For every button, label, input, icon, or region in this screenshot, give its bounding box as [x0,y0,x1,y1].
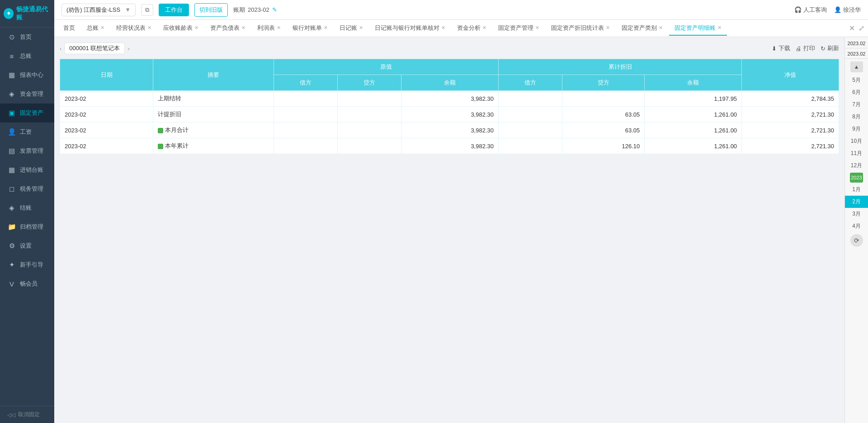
tab-capital-close[interactable]: ✕ [482,25,486,31]
payroll-icon: 👤 [7,128,16,136]
sidebar-item-label: 进销台账 [20,166,43,174]
edit-period-icon[interactable]: ✎ [272,6,277,13]
guide-icon: ✦ [7,261,16,269]
tab-general-close[interactable]: ✕ [100,25,104,31]
timeline-item-3[interactable]: 3月 [845,208,868,220]
timeline-item-8[interactable]: 8月 [845,111,868,123]
tab-bar-actions: ✕ ⤢ [849,24,864,33]
table-cell-0-2 [274,91,338,107]
table-cell-0-8: 2,784.35 [742,91,839,107]
sidebar-item-tax[interactable]: ◻ 税务管理 [0,179,54,198]
tab-profit[interactable]: 利润表 ✕ [252,21,286,36]
tab-bank[interactable]: 银行对账单 ✕ [287,21,333,36]
timeline-item-7[interactable]: 7月 [845,99,868,111]
sidebar-item-capital[interactable]: ◈ 资金管理 [0,85,54,103]
copy-button[interactable]: ⧉ [141,4,153,16]
tax-icon: ◻ [7,185,16,193]
tab-receivable[interactable]: 应收账龄表 ✕ [158,21,204,36]
sidebar-item-guide[interactable]: ✦ 新手引导 [0,255,54,274]
sidebar-item-payroll[interactable]: 👤 工资 [0,122,54,141]
sidebar-item-settle[interactable]: ◈ 结账 [0,198,54,217]
tab-liability-close[interactable]: ✕ [241,25,245,31]
timeline-scroll-icon[interactable]: ⟳ [850,234,863,247]
tab-operation-label: 经营状况表 [116,24,146,32]
general-icon: ≡ [7,52,16,60]
tab-operation[interactable]: 经营状况表 ✕ [111,21,157,36]
tab-profit-close[interactable]: ✕ [277,25,281,31]
print-label: 打印 [803,44,815,52]
tab-fixed-mgmt[interactable]: 固定资产管理 ✕ [493,21,545,36]
timeline-header-top: 2023.02 [845,39,868,48]
timeline-item-6[interactable]: 6月 [845,86,868,99]
tab-fixed-type[interactable]: 固定资产类别 ✕ [616,21,668,36]
tab-fixed-depre[interactable]: 固定资产折旧统计表 ✕ [546,21,615,36]
print-button[interactable]: 🖨 打印 [796,44,815,52]
sidebar-item-fixed[interactable]: ▣ 固定资产 [0,103,54,122]
timeline-item-4[interactable]: 4月 [845,220,868,232]
tab-bank-close[interactable]: ✕ [324,25,328,31]
tab-fixed-type-close[interactable]: ✕ [659,25,663,31]
timeline-item-5[interactable]: 5月 [845,74,868,86]
tab-journal-close[interactable]: ✕ [359,25,363,31]
timeline-item-10[interactable]: 10月 [845,135,868,147]
sidebar-item-report[interactable]: ▦ 报表中心 [0,66,54,85]
tab-fixed-detail[interactable]: 固定资产明细账 ✕ [669,21,727,36]
sidebar-item-sales[interactable]: ▦ 进销台账 [0,160,54,179]
timeline-item-2-active[interactable]: 2月 [845,196,868,208]
tab-journal[interactable]: 日记账 ✕ [334,21,368,36]
refresh-button[interactable]: ↻ 刷新 [821,44,839,52]
table-row: 2023-02本年累计3,982.30126.101,261.002,721.3… [60,138,839,154]
main-content: (劝告) 江西服金-LSS ▼ ⧉ 工作台 切到旧版 账期 2023-02 ✎ … [54,0,868,423]
tab-fixed-depre-close[interactable]: ✕ [606,25,610,31]
user-menu[interactable]: 👤 徐泾华 [834,6,861,14]
tab-receivable-close[interactable]: ✕ [194,25,198,31]
ai-consult-button[interactable]: 🎧 人工客询 [794,6,827,14]
tab-home[interactable]: 首页 [58,21,80,36]
headset-icon: 🎧 [794,6,802,13]
tab-bar: 首页 总账 ✕ 经营状况表 ✕ 应收账龄表 ✕ 资产负债表 ✕ 利润表 ✕ 银行… [54,20,868,37]
home-icon: ⊙ [7,33,16,41]
period-label: 账期 [233,6,245,14]
timeline-item-11[interactable]: 11月 [845,147,868,160]
green-tag-icon [158,144,163,149]
old-version-button[interactable]: 切到旧版 [194,3,228,17]
unpin-button[interactable]: ◁◁ 取消固定 [0,406,54,423]
download-button[interactable]: ⬇ 下载 [772,44,790,52]
table-cell-2-3 [338,122,401,138]
sidebar-item-general[interactable]: ≡ 总账 [0,47,54,66]
timeline-up-button[interactable]: ▲ [850,61,863,72]
table-row: 2023-02上期结转3,982.301,197.952,784.35 [60,91,839,107]
invoice-icon: ▤ [7,147,16,155]
sidebar-item-label: 畅会员 [20,280,38,288]
tab-general[interactable]: 总账 ✕ [81,21,110,36]
archive-icon: 📁 [7,223,16,231]
close-all-tabs-icon[interactable]: ✕ [849,24,855,33]
company-selector[interactable]: (劝告) 江西服金-LSS ▼ [61,4,136,16]
tab-reconcile[interactable]: 日记账与银行对账单核对 ✕ [369,21,451,36]
sidebar-item-home[interactable]: ⊙ 首页 [0,28,54,47]
tab-reconcile-close[interactable]: ✕ [441,25,445,31]
timeline-item-1[interactable]: 1月 [845,183,868,196]
tab-fixed-mgmt-close[interactable]: ✕ [535,25,539,31]
tab-operation-close[interactable]: ✕ [147,25,151,31]
breadcrumb-back-icon[interactable]: ‹ [60,45,61,52]
tab-liability[interactable]: 资产负债表 ✕ [205,21,251,36]
tab-capital[interactable]: 资金分析 ✕ [452,21,492,36]
sidebar-item-invoice[interactable]: ▤ 发票管理 [0,141,54,160]
sidebar-item-archive[interactable]: 📁 归档管理 [0,217,54,236]
breadcrumb-item[interactable]: 000001 联想笔记本 [64,42,125,54]
table-cell-2-6: 63.05 [562,122,644,138]
tab-fixed-detail-close[interactable]: ✕ [717,25,722,31]
maximize-icon[interactable]: ⤢ [859,24,864,33]
timeline-item-9[interactable]: 9月 [845,123,868,135]
timeline-item-12[interactable]: 12月 [845,160,868,172]
sidebar-item-settings[interactable]: ⚙ 设置 [0,236,54,255]
sidebar-item-label: 归档管理 [20,223,43,231]
table-cell-1-1: 计提折旧 [153,107,274,122]
content-area: ‹ 000001 联想笔记本 › ⬇ 下载 🖨 打印 ↻ 刷新 [54,37,868,423]
table-cell-0-1: 上期结转 [153,91,274,107]
workbench-button[interactable]: 工作台 [159,4,189,16]
app-logo: ✦ 畅捷通易代账 [0,0,54,28]
breadcrumb-forward-icon[interactable]: › [127,45,129,52]
sidebar-item-vip[interactable]: V 畅会员 [0,274,54,293]
